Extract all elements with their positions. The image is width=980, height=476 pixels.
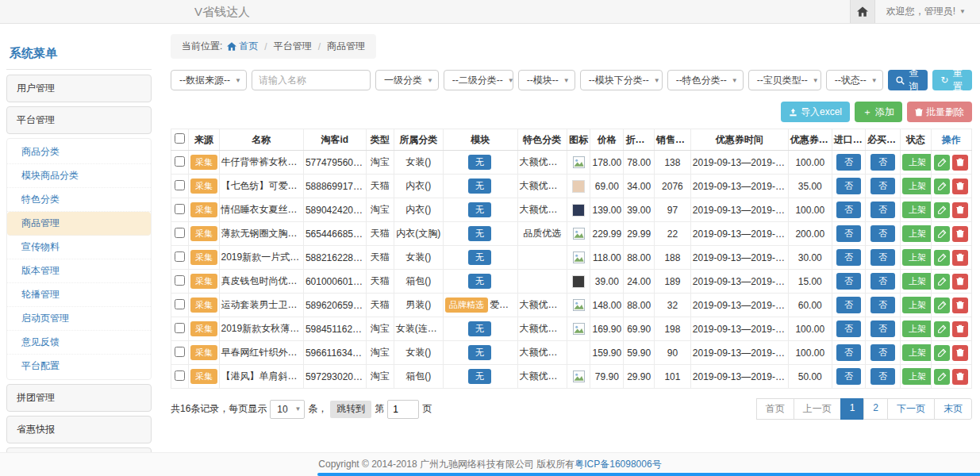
import-select-toggle[interactable]: 否 [836, 297, 861, 313]
delete-button[interactable] [952, 274, 968, 290]
add-button[interactable]: ＋ 添加 [855, 102, 902, 122]
status-button[interactable]: 上架 [902, 297, 931, 313]
must-buy-toggle[interactable]: 否 [870, 297, 895, 313]
row-checkbox[interactable] [175, 275, 185, 286]
search-button[interactable]: 查询 [888, 70, 928, 90]
per-page-select[interactable]: 10▼ [270, 400, 305, 419]
edit-button[interactable] [934, 155, 950, 171]
pager-item[interactable]: 首页 [756, 398, 794, 420]
import-select-toggle[interactable]: 否 [836, 273, 861, 290]
filter-select[interactable]: --模块--▼ [518, 70, 575, 90]
edit-button[interactable] [934, 226, 950, 242]
filter-select[interactable]: --宝贝类型--▼ [748, 70, 821, 90]
filter-select[interactable]: --状态--▼ [826, 70, 883, 90]
import-select-toggle[interactable]: 否 [836, 154, 861, 171]
status-button[interactable]: 上架 [902, 249, 931, 266]
reset-button[interactable]: ↻ 重置 [932, 70, 972, 90]
must-buy-toggle[interactable]: 否 [870, 344, 895, 361]
delete-button[interactable] [952, 226, 968, 242]
import-select-toggle[interactable]: 否 [836, 225, 861, 242]
must-buy-toggle[interactable]: 否 [870, 273, 895, 290]
import-excel-button[interactable]: 导入excel [781, 102, 850, 122]
sidebar-section-platform-mgmt[interactable]: 平台管理 [6, 106, 152, 134]
pager-item[interactable]: 末页 [934, 398, 972, 420]
must-buy-toggle[interactable]: 否 [870, 249, 895, 266]
edit-button[interactable] [934, 298, 950, 313]
sidebar-item[interactable]: 商品分类 [7, 140, 151, 164]
batch-delete-button[interactable]: 批量删除 [907, 102, 972, 122]
edit-button[interactable] [934, 178, 950, 194]
delete-button[interactable] [952, 202, 968, 218]
select-all-checkbox[interactable] [175, 133, 185, 144]
row-checkbox[interactable] [175, 347, 185, 357]
sidebar-section[interactable]: 拼团管理 [6, 384, 152, 412]
sidebar-item[interactable]: 启动页管理 [7, 307, 151, 331]
delete-button[interactable] [952, 298, 968, 313]
delete-button[interactable] [952, 178, 968, 194]
data-source-select[interactable]: --数据来源--▼ [171, 70, 247, 90]
must-buy-toggle[interactable]: 否 [870, 154, 895, 171]
row-checkbox[interactable] [175, 180, 185, 190]
pager-item[interactable]: 1 [840, 398, 865, 420]
status-button[interactable]: 上架 [902, 368, 931, 385]
import-select-toggle[interactable]: 否 [836, 321, 861, 337]
pager-item[interactable]: 2 [863, 398, 888, 420]
import-select-toggle[interactable]: 否 [836, 249, 861, 266]
filter-select[interactable]: --模块下分类--▼ [580, 70, 663, 90]
delete-button[interactable] [952, 345, 968, 361]
row-checkbox[interactable] [175, 370, 185, 381]
filter-select[interactable]: 一级分类▼ [375, 70, 439, 90]
sidebar-item[interactable]: 轮播管理 [7, 283, 151, 307]
edit-button[interactable] [934, 202, 950, 218]
edit-button[interactable] [934, 369, 950, 385]
edit-button[interactable] [934, 345, 950, 361]
status-button[interactable]: 上架 [902, 344, 931, 361]
import-select-toggle[interactable]: 否 [836, 178, 861, 194]
jump-button[interactable]: 跳转到 [330, 401, 371, 418]
status-button[interactable]: 上架 [902, 178, 931, 194]
sidebar-item[interactable]: 版本管理 [7, 259, 151, 283]
delete-button[interactable] [952, 321, 968, 337]
edit-button[interactable] [934, 321, 950, 337]
pager-item[interactable]: 上一页 [794, 398, 841, 420]
sidebar-section[interactable]: 省惠快报 [6, 416, 152, 443]
row-checkbox[interactable] [175, 251, 185, 262]
user-menu[interactable]: 欢迎您，管理员! ▼ [875, 0, 980, 23]
delete-button[interactable] [952, 250, 968, 266]
filter-select[interactable]: --特色分类--▼ [667, 70, 744, 90]
row-checkbox[interactable] [175, 299, 185, 309]
row-checkbox[interactable] [175, 204, 185, 214]
delete-button[interactable] [952, 369, 968, 385]
sidebar-section-user-mgmt[interactable]: 用户管理 [6, 75, 152, 102]
icp-link[interactable]: 粤ICP备16098006号 [575, 458, 661, 471]
sidebar-item[interactable]: 平台配置 [7, 355, 151, 378]
status-button[interactable]: 上架 [902, 154, 931, 171]
row-checkbox[interactable] [175, 228, 185, 238]
delete-button[interactable] [952, 155, 968, 171]
row-checkbox[interactable] [175, 156, 185, 167]
sidebar-item[interactable]: 特色分类 [7, 188, 151, 212]
must-buy-toggle[interactable]: 否 [870, 178, 895, 194]
sidebar-item[interactable]: 意见反馈 [7, 331, 151, 355]
must-buy-toggle[interactable]: 否 [870, 368, 895, 385]
edit-button[interactable] [934, 250, 950, 266]
sidebar-item[interactable]: 商品管理 [7, 212, 151, 236]
status-button[interactable]: 上架 [902, 321, 931, 337]
row-checkbox[interactable] [175, 323, 185, 333]
status-button[interactable]: 上架 [902, 202, 931, 218]
import-select-toggle[interactable]: 否 [836, 202, 861, 218]
must-buy-toggle[interactable]: 否 [870, 225, 895, 242]
status-button[interactable]: 上架 [902, 225, 931, 242]
breadcrumb-home-link[interactable]: 首页 [227, 40, 258, 53]
import-select-toggle[interactable]: 否 [836, 344, 861, 361]
sidebar-item[interactable]: 宣传物料 [7, 236, 151, 259]
must-buy-toggle[interactable]: 否 [870, 321, 895, 337]
filter-select[interactable]: --二级分类--▼ [444, 70, 513, 90]
status-button[interactable]: 上架 [902, 273, 931, 290]
pager-item[interactable]: 下一页 [887, 398, 935, 420]
edit-button[interactable] [934, 274, 950, 290]
import-select-toggle[interactable]: 否 [836, 368, 861, 385]
name-search-input[interactable] [252, 70, 371, 90]
sidebar-item[interactable]: 模块商品分类 [7, 164, 151, 188]
page-number-input[interactable] [387, 400, 419, 419]
